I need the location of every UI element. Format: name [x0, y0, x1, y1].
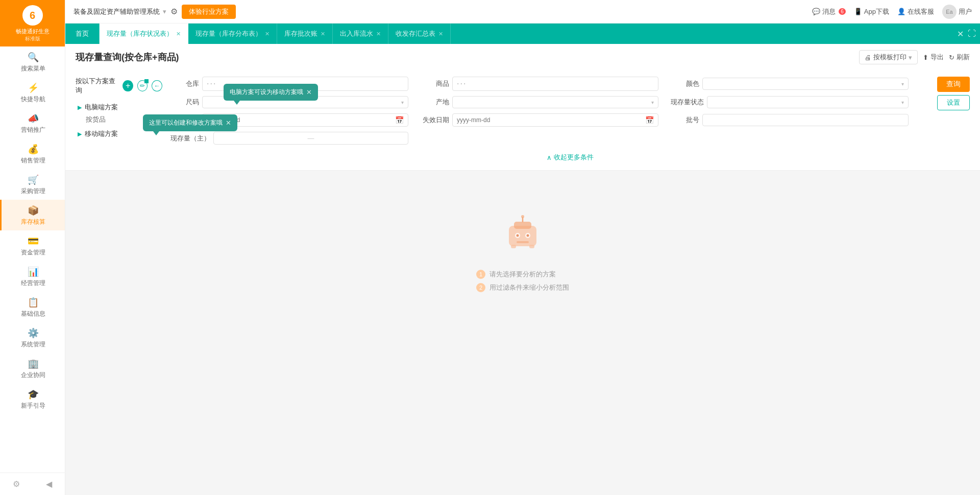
color-label: 颜色: [671, 79, 699, 88]
scheme-desktop-child-label: 按货品: [86, 115, 106, 124]
sidebar-label-sales: 销售管理: [21, 156, 45, 165]
online-support-item[interactable]: 👤 在线客服: [897, 7, 934, 16]
page-content: 现存量查询(按仓库+商品) 🖨 按模板打印 ▾ ⬆ 导出 ↻ 刷新: [65, 44, 980, 495]
tab-close-in-out-flow[interactable]: ✕: [376, 31, 381, 37]
system-selector[interactable]: 装备及固定资产辅助管理系统 ▾: [74, 7, 166, 16]
tabs-close-icon[interactable]: ✕: [957, 29, 964, 39]
stock-status-input[interactable]: [712, 99, 901, 106]
sidebar-item-enterprise[interactable]: 🏢 企业协同: [0, 353, 65, 384]
user-item[interactable]: Ea 用户: [942, 5, 972, 19]
origin-dropdown-icon[interactable]: ▾: [651, 100, 654, 105]
sidebar-item-operations[interactable]: 📊 经营管理: [0, 261, 65, 292]
size-dropdown-icon[interactable]: ▾: [401, 100, 404, 105]
tab-batch-ledger[interactable]: 库存批次账 ✕: [277, 23, 333, 44]
sidebar-item-finance[interactable]: 💳 资金管理: [0, 230, 65, 261]
scheme-desktop-label: 电脑端方案: [85, 103, 118, 112]
print-dropdown-icon[interactable]: ▾: [909, 54, 912, 61]
print-icon: 🖨: [865, 54, 871, 61]
export-icon: ⬆: [923, 54, 928, 61]
logo-icon: 6: [22, 5, 43, 26]
origin-control[interactable]: ▾: [452, 96, 658, 108]
settings-bottom-icon[interactable]: ⚙: [11, 477, 22, 491]
tab-close-batch-ledger[interactable]: ✕: [321, 31, 325, 37]
sidebar-bottom: ⚙ ◀: [0, 473, 65, 495]
tab-label-inventory-status: 现存量（库存状况表）: [107, 29, 173, 38]
brand-sub: 标准版: [25, 35, 40, 42]
search-button[interactable]: 查询: [937, 77, 970, 92]
sidebar-label-quick: 快捷导航: [21, 95, 45, 104]
sidebar-item-inventory[interactable]: 📦 库存核算: [0, 200, 65, 230]
warehouse-ellipsis[interactable]: ···: [207, 79, 216, 88]
app-download-item[interactable]: 📱 App下载: [854, 7, 889, 16]
tip1-num: 1: [476, 270, 485, 279]
sidebar-item-guide[interactable]: 🎓 新手引导: [0, 384, 65, 414]
prod-date-calendar-icon[interactable]: 📅: [395, 116, 404, 124]
batch-no-control[interactable]: [702, 114, 909, 126]
sidebar-item-quick[interactable]: ⚡ 快捷导航: [0, 77, 65, 108]
batch-no-input[interactable]: [707, 116, 904, 124]
tabs-maximize-icon[interactable]: ⛶: [968, 29, 976, 38]
goods-ellipsis[interactable]: ···: [457, 79, 467, 88]
stock-status-dropdown-icon[interactable]: ▾: [901, 100, 904, 105]
sidebar-label-purchase: 采购管理: [21, 187, 45, 196]
stock-main-input[interactable]: [218, 135, 306, 142]
system-dropdown-icon[interactable]: ▾: [163, 8, 166, 15]
collapse-btn[interactable]: ∧ 收起更多条件: [170, 150, 970, 165]
expire-date-input[interactable]: [457, 116, 645, 124]
stock-main-label: 现存量（主）: [170, 134, 210, 143]
header-right: 💬 消息 6 📱 App下载 👤 在线客服 Ea 用户: [812, 5, 972, 19]
expire-date-calendar-icon[interactable]: 📅: [645, 116, 654, 124]
export-button[interactable]: ⬆ 导出: [923, 53, 944, 62]
scheme-tooltip: 电脑方案可设为移动方案哦 ✕: [224, 84, 318, 101]
refresh-button[interactable]: ↻ 刷新: [949, 53, 970, 62]
print-button[interactable]: 🖨 按模板打印 ▾: [859, 50, 918, 64]
tab-home[interactable]: 首页: [65, 23, 100, 44]
tab-label-inventory-dist: 现存量（库存分布表）: [195, 29, 262, 38]
tab-in-out-flow[interactable]: 出入库流水 ✕: [333, 23, 388, 44]
add-scheme-button[interactable]: +: [122, 80, 133, 91]
tab-receipt-summary[interactable]: 收发存汇总表 ✕: [388, 23, 451, 44]
color-dropdown-icon[interactable]: ▾: [901, 81, 904, 87]
notification-icon: 💬: [812, 8, 820, 15]
enterprise-icon: 🏢: [28, 358, 39, 369]
tab-close-inventory-dist[interactable]: ✕: [265, 31, 270, 37]
field-origin: 产地 ▾: [421, 96, 658, 108]
scheme-desktop[interactable]: ▶ 电脑端方案: [76, 101, 162, 113]
sidebar-item-marketing[interactable]: 📣 营销推广: [0, 108, 65, 138]
stock-status-control[interactable]: ▾: [707, 96, 909, 108]
sidebar-item-sales[interactable]: 💰 销售管理: [0, 138, 65, 169]
expire-date-label: 失效日期: [421, 115, 449, 125]
tab-inventory-dist[interactable]: 现存量（库存分布表） ✕: [188, 23, 277, 44]
tab-close-inventory-status[interactable]: ✕: [176, 31, 181, 37]
stock-main-input2[interactable]: [316, 135, 404, 142]
sidebar-label-marketing: 营销推广: [21, 126, 45, 134]
size-label: 尺码: [170, 98, 199, 107]
experience-btn[interactable]: 体验行业方案: [182, 5, 236, 19]
color-control[interactable]: ▾: [702, 78, 909, 90]
scheme-tooltip-close[interactable]: ✕: [306, 88, 312, 96]
color-input[interactable]: [707, 80, 901, 87]
edit-scheme-button[interactable]: ✏: [137, 80, 148, 91]
collapse-sidebar-icon[interactable]: ◀: [44, 477, 54, 491]
goods-control[interactable]: ···: [452, 77, 658, 91]
tab-close-receipt-summary[interactable]: ✕: [438, 31, 443, 37]
operations-icon: 📊: [28, 266, 39, 277]
sidebar-item-search[interactable]: 🔍 搜索菜单: [0, 46, 65, 77]
reset-button[interactable]: 设置: [937, 95, 970, 110]
settings-icon[interactable]: ⚙: [170, 7, 178, 16]
stock-main-control[interactable]: —: [213, 132, 408, 145]
brand-name: 畅捷通好生意: [16, 28, 50, 35]
expire-date-control[interactable]: 📅: [452, 113, 658, 127]
tab-label-receipt-summary: 收发存汇总表: [396, 29, 435, 38]
sidebar-item-basic[interactable]: 📋 基础信息: [0, 292, 65, 322]
goods-label: 商品: [421, 79, 449, 88]
basic-icon: 📋: [28, 297, 39, 308]
origin-input[interactable]: [457, 99, 651, 106]
tab-inventory-status[interactable]: 现存量（库存状况表） ✕: [100, 23, 188, 44]
notification-item[interactable]: 💬 消息 6: [812, 7, 846, 16]
edit-tooltip-close[interactable]: ✕: [226, 119, 231, 127]
sidebar-item-system[interactable]: ⚙️ 系统管理: [0, 322, 65, 353]
scheme-arrow-button[interactable]: ←: [152, 80, 162, 91]
svg-rect-6: [517, 241, 529, 243]
sidebar-item-purchase[interactable]: 🛒 采购管理: [0, 169, 65, 200]
